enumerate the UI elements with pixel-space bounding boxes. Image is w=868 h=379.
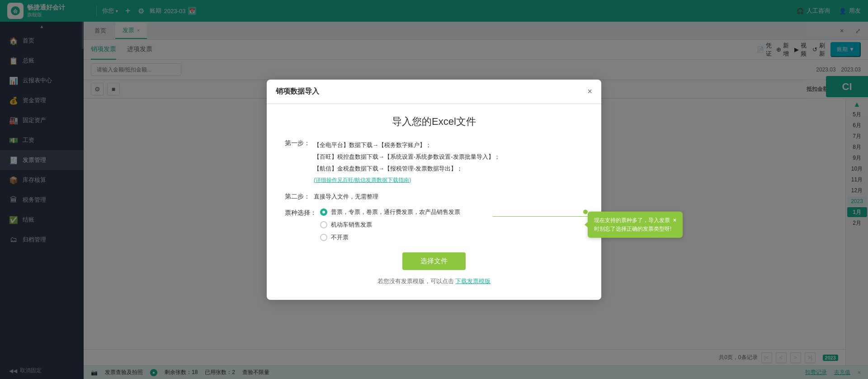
tooltip-bubble: × 现在支持的票种多了，导入发票时别忘了选择正确的发票类型呀! bbox=[588, 211, 683, 237]
tooltip-dot bbox=[583, 209, 588, 214]
ticket-select: 票种选择： 普票，专票，卷票，通行费发票，农产品销售发票 bbox=[285, 208, 583, 242]
download-template-link[interactable]: 下载发票模版 bbox=[455, 278, 491, 284]
radio-label-2: 机动车销售发票 bbox=[331, 221, 372, 229]
step1-line3: 【航信】金税盘数据下载→【报税管理-发票数据导出】； bbox=[314, 163, 500, 175]
tooltip-arrow bbox=[585, 222, 588, 227]
radio-option-1[interactable]: 普票，专票，卷票，通行费发票，农产品销售发票 bbox=[320, 208, 583, 216]
ticket-label: 票种选择： bbox=[285, 208, 316, 217]
tooltip-content: 现在支持的票种多了，导入发票时别忘了选择正确的发票类型呀! bbox=[594, 217, 671, 232]
step1-line2: 【百旺】税控盘数据下载→【系统设置-系统参数设置-发票批量导入】； bbox=[314, 151, 500, 163]
step1-link[interactable]: (详细操作见百旺/航信发票数据下载指南) bbox=[314, 177, 411, 183]
select-file-button[interactable]: 选择文件 bbox=[402, 252, 466, 270]
step1-line1: 【全电平台】数据下载→【税务数字账户】； bbox=[314, 139, 500, 151]
tooltip-close-btn[interactable]: × bbox=[673, 216, 676, 224]
radio-checked-icon bbox=[320, 208, 327, 216]
tooltip-line bbox=[493, 216, 588, 217]
modal-footer-note: 若您没有发票模版，可以点击 下载发票模版 bbox=[285, 277, 583, 285]
radio-label-1: 普票，专票，卷票，通行费发票，农产品销售发票 bbox=[331, 208, 460, 216]
modal-close-button[interactable]: × bbox=[587, 87, 592, 95]
step2-row: 第二步： 直接导入文件，无需整理 bbox=[285, 193, 583, 201]
modal-title: 销项数据导入 bbox=[276, 87, 319, 96]
radio-label-3: 不开票 bbox=[331, 233, 349, 242]
radio-unchecked-icon-3 bbox=[320, 234, 327, 241]
modal-main-title: 导入您的Excel文件 bbox=[285, 115, 583, 128]
step1-row: 第一步： 【全电平台】数据下载→【税务数字账户】； 【百旺】税控盘数据下载→【系… bbox=[285, 139, 583, 185]
modal-overlay: 销项数据导入 × 导入您的Excel文件 第一步： 【全电平台】数据下载→【税务… bbox=[0, 0, 868, 379]
step1-label: 第一步： bbox=[285, 139, 310, 147]
step2-label: 第二步： bbox=[285, 193, 310, 201]
radio-unchecked-icon-2 bbox=[320, 221, 327, 228]
import-modal: 销项数据导入 × 导入您的Excel文件 第一步： 【全电平台】数据下载→【税务… bbox=[267, 80, 601, 300]
footer-note-text: 若您没有发票模版，可以点击 bbox=[377, 278, 454, 284]
step2-content: 直接导入文件，无需整理 bbox=[314, 193, 378, 201]
modal-header: 销项数据导入 × bbox=[267, 80, 601, 104]
radio-option-3[interactable]: 不开票 bbox=[320, 233, 583, 242]
modal-body: 导入您的Excel文件 第一步： 【全电平台】数据下载→【税务数字账户】； 【百… bbox=[267, 104, 601, 300]
radio-option-2[interactable]: 机动车销售发票 bbox=[320, 221, 583, 229]
